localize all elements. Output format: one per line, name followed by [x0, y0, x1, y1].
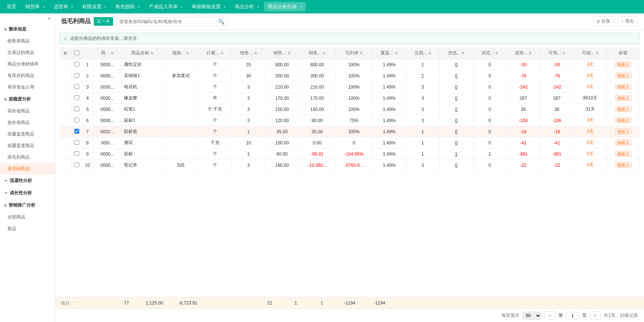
- row-gross-rate: 75%: [336, 115, 372, 126]
- col-name[interactable]: 商品名称 ⇅: [122, 47, 163, 59]
- sidebar-group-overall[interactable]: ∨ 整体信息: [0, 23, 55, 35]
- close-icon[interactable]: ×: [257, 5, 259, 9]
- col-unit[interactable]: 计量... ⇅: [198, 47, 232, 59]
- col-usable-stock[interactable]: 可用... ⇅: [540, 47, 574, 59]
- row-select-checkbox[interactable]: [74, 162, 79, 167]
- row-select-checkbox[interactable]: [74, 62, 79, 67]
- row-checkbox[interactable]: [71, 93, 82, 104]
- export-btn[interactable]: ↑ 导出: [617, 16, 638, 26]
- row-checkbox[interactable]: [71, 82, 82, 93]
- row-browse1[interactable]: 0: [439, 82, 473, 93]
- search-icon[interactable]: 🔍: [218, 19, 224, 25]
- row-name: 电话机: [122, 82, 163, 93]
- sidebar-item-category-rate[interactable]: 商品分类助销率: [0, 58, 55, 70]
- sidebar-group-marketing[interactable]: ∨ 营销推广分析: [0, 199, 55, 211]
- nav-role-auth[interactable]: 角色授权 ×: [112, 2, 143, 12]
- row-usable-stock: 36: [540, 104, 574, 115]
- col-sales-qty[interactable]: 销售... ⇅: [232, 47, 265, 59]
- nav-home[interactable]: 首页: [3, 2, 20, 12]
- close-icon[interactable]: ×: [138, 5, 140, 9]
- sidebar-item-high-coverage[interactable]: 高覆盖度商品: [0, 128, 55, 140]
- row-select-checkbox[interactable]: [74, 151, 79, 156]
- col-browse2[interactable]: 浏览... ⇅: [473, 47, 506, 59]
- row-tag: 低收入: [607, 160, 640, 171]
- nav-purchase-order[interactable]: 进货单 ×: [50, 2, 77, 12]
- col-trade-count[interactable]: 交易... ⇅: [406, 47, 439, 59]
- row-select-checkbox[interactable]: [74, 129, 79, 134]
- row-checkbox[interactable]: [71, 70, 82, 82]
- row-browse1[interactable]: 0: [439, 126, 473, 137]
- row-browse1[interactable]: 0: [439, 93, 473, 104]
- sidebar: « ∨ 整体信息 销售类商品 交易过的商品 商品分类助销率 有库存的商品 库存资…: [0, 13, 55, 322]
- close-icon[interactable]: ×: [224, 5, 226, 9]
- row-browse1[interactable]: 0: [439, 104, 473, 115]
- row-select-checkbox[interactable]: [74, 73, 79, 78]
- close-icon[interactable]: ×: [43, 5, 45, 9]
- prev-page-btn[interactable]: ＜: [544, 311, 555, 320]
- sidebar-item-low-value[interactable]: 低价值商品: [0, 117, 55, 128]
- row-checkbox[interactable]: [71, 137, 82, 149]
- close-icon[interactable]: ×: [181, 5, 183, 9]
- sidebar-item-traded-goods[interactable]: 交易过的商品: [0, 47, 55, 58]
- sidebar-item-sales-goods[interactable]: 销售类商品: [0, 35, 55, 47]
- row-select-checkbox[interactable]: [74, 118, 79, 122]
- col-settings[interactable]: ⚙: [60, 47, 71, 59]
- page-input[interactable]: [566, 312, 579, 319]
- share-icon: ⎘: [597, 19, 600, 24]
- sidebar-group-margin[interactable]: ∨ 差额度分析: [0, 93, 55, 105]
- page-size-select[interactable]: 50 20 100: [522, 312, 541, 320]
- nav-product-analysis-list[interactable]: 商品分析列表 ×: [264, 2, 305, 12]
- row-checkbox[interactable]: [71, 160, 82, 171]
- col-sales-amount[interactable]: 销售... ⇅: [265, 47, 299, 59]
- row-browse1[interactable]: 0: [439, 59, 473, 70]
- sidebar-item-high-margin[interactable]: 高毛利商品: [0, 152, 55, 163]
- search-input[interactable]: [119, 19, 218, 24]
- row-browse1[interactable]: 0: [439, 70, 473, 82]
- sidebar-item-high-value[interactable]: 高价值商品: [0, 105, 55, 117]
- filter-recent-month-btn[interactable]: 近一月: [94, 17, 113, 26]
- col-checkbox[interactable]: [71, 47, 82, 59]
- row-checkbox[interactable]: [71, 59, 82, 70]
- row-select-checkbox[interactable]: [74, 106, 79, 111]
- col-sales-profit[interactable]: 销售... ⇅: [299, 47, 335, 59]
- sidebar-group-growth[interactable]: ＞ 成长性分析: [0, 187, 55, 199]
- share-btn[interactable]: ⎘ 分享: [593, 16, 614, 26]
- sidebar-collapse-btn[interactable]: «: [46, 15, 52, 22]
- row-checkbox[interactable]: [71, 115, 82, 126]
- row-select-checkbox[interactable]: [74, 140, 79, 145]
- close-icon[interactable]: ×: [105, 5, 107, 9]
- col-saleable-days[interactable]: 可销... ⇅: [574, 47, 607, 59]
- sidebar-item-new-goods[interactable]: 新品: [0, 223, 55, 235]
- close-icon[interactable]: ×: [71, 5, 73, 9]
- row-select-checkbox[interactable]: [74, 84, 79, 89]
- col-browse1[interactable]: 浏览... ⇅: [439, 47, 473, 59]
- sidebar-item-low-margin[interactable]: 低毛利商品: [0, 163, 55, 175]
- nav-permission[interactable]: 权限设置 ×: [79, 2, 110, 12]
- row-saleable-days: 0天: [574, 160, 607, 171]
- select-all-checkbox[interactable]: [74, 50, 79, 55]
- row-browse1[interactable]: 0: [439, 115, 473, 126]
- nav-template-settings[interactable]: 单据模板设置 ×: [188, 2, 229, 12]
- col-code[interactable]: 商... ⇅: [93, 47, 122, 59]
- row-select-checkbox[interactable]: [74, 95, 79, 100]
- sidebar-item-all-goods[interactable]: 全部商品: [0, 211, 55, 223]
- row-browse1[interactable]: 0: [439, 160, 473, 171]
- sidebar-item-low-coverage[interactable]: 低覆盖度商品: [0, 140, 55, 152]
- row-checkbox[interactable]: [71, 126, 82, 137]
- col-gross-rate[interactable]: 毛利率 ⇅: [336, 47, 372, 59]
- nav-product-analysis[interactable]: 商品分析 ×: [231, 2, 263, 12]
- sidebar-item-stock-capital[interactable]: 库存资金占用: [0, 82, 55, 93]
- col-current-stock[interactable]: 现有... ⇅: [506, 47, 540, 59]
- row-checkbox[interactable]: [71, 104, 82, 115]
- row-browse1[interactable]: 0: [439, 137, 473, 149]
- next-page-btn[interactable]: ＞: [590, 311, 601, 320]
- nav-sales-order[interactable]: 销货单 ×: [22, 2, 48, 12]
- sidebar-item-stock-goods[interactable]: 有库存的商品: [0, 70, 55, 82]
- col-coverage[interactable]: 覆盖... ⇅: [372, 47, 406, 59]
- row-checkbox[interactable]: [71, 149, 82, 160]
- nav-product-inbound[interactable]: 产成品入库单 ×: [145, 2, 186, 12]
- close-icon[interactable]: ×: [300, 5, 302, 9]
- row-browse1[interactable]: 1: [439, 149, 473, 160]
- sidebar-group-circulation[interactable]: ＞ 流通性分析: [0, 175, 55, 187]
- col-spec[interactable]: 规格... ⇅: [163, 47, 198, 59]
